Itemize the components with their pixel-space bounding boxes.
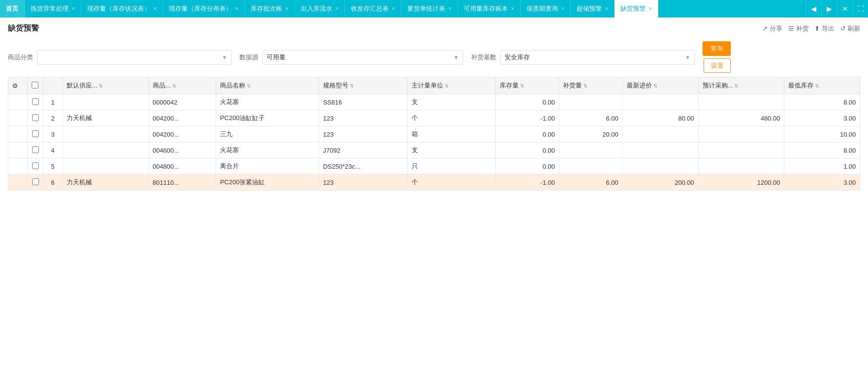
row-name-cell: 火花塞: [216, 94, 319, 110]
nav-tab-shortage-warning[interactable]: 缺货预警 ×: [615, 0, 658, 18]
nav-prev-button[interactable]: ◀: [806, 0, 821, 18]
row-name-cell: 火花塞: [216, 142, 319, 158]
refresh-label: 刷新: [848, 24, 860, 33]
datasource-filter-select[interactable]: 可用量 ▼: [262, 50, 463, 65]
row-checkbox[interactable]: [32, 98, 39, 105]
close-tab-icon[interactable]: ×: [392, 5, 395, 12]
row-est-purchase-cell: 1200.00: [698, 175, 784, 191]
sort-icon: ⇅: [520, 83, 524, 88]
row-latest-price-cell: [622, 158, 698, 175]
th-est-purchase[interactable]: 预计采购... ⇅: [698, 77, 784, 94]
nav-tab-label: 拣货异常处理: [31, 4, 69, 13]
nav-controls: ◀ ▶ ✕ ⛶: [806, 0, 868, 18]
row-est-purchase-cell: 480.00: [698, 110, 784, 126]
row-min-stock-cell: 3.00: [784, 175, 860, 191]
query-button[interactable]: 查询: [703, 41, 731, 56]
th-supplier[interactable]: 默认供应... ⇅: [63, 77, 149, 94]
close-tab-icon[interactable]: ×: [649, 5, 652, 12]
th-unit[interactable]: 主计量单位 ⇅: [408, 77, 496, 94]
sort-icon: ⇅: [172, 83, 176, 88]
nav-tab-available-ledger[interactable]: 可用量库存账本 ×: [458, 0, 521, 18]
row-gear-cell: [8, 110, 28, 126]
nav-tab-receipt-summary[interactable]: 收发存汇总表 ×: [345, 0, 401, 18]
close-tab-icon[interactable]: ×: [235, 5, 238, 12]
row-latest-price-cell: 200.00: [622, 175, 698, 191]
row-spec-cell: 123: [319, 175, 407, 191]
row-est-purchase-cell: [698, 142, 784, 158]
close-tab-icon[interactable]: ×: [335, 5, 339, 12]
th-gear[interactable]: ⚙: [8, 77, 28, 94]
nav-tab-inventory-dist[interactable]: 现存量（库存分布表） ×: [163, 0, 245, 18]
replenish-button[interactable]: ☰ 补货: [788, 24, 809, 33]
nav-tab-expiry-query[interactable]: 保质期查询 ×: [521, 0, 571, 18]
th-code[interactable]: 商品... ⇅: [148, 77, 216, 94]
row-replenish-cell: [559, 158, 622, 175]
close-tab-icon[interactable]: ×: [561, 5, 564, 12]
nav-tab-label: 要货单统计表: [407, 4, 445, 13]
row-checkbox[interactable]: [32, 178, 39, 185]
nav-tab-label: 缺货预警: [620, 4, 646, 13]
sort-icon: ⇅: [445, 83, 449, 88]
nav-tab-home[interactable]: 首页: [0, 0, 25, 18]
th-stock[interactable]: 库存量 ⇅: [496, 77, 559, 94]
row-min-stock-cell: 8.00: [784, 94, 860, 110]
th-unit-label: 主计量单位: [412, 81, 443, 90]
close-tab-icon[interactable]: ×: [448, 5, 452, 12]
th-code-label: 商品...: [153, 81, 171, 90]
nav-tab-home-label: 首页: [6, 4, 18, 13]
nav-next-button[interactable]: ▶: [821, 0, 837, 18]
select-all-checkbox[interactable]: [32, 82, 38, 88]
refresh-button[interactable]: ↺ 刷新: [840, 24, 860, 33]
row-supplier-cell: [63, 142, 149, 158]
close-tab-icon[interactable]: ×: [72, 5, 75, 12]
nav-tab-order-stats[interactable]: 要货单统计表 ×: [401, 0, 458, 18]
sort-icon: ⇅: [653, 83, 657, 88]
nav-tab-in-out-flow[interactable]: 出入库流水 ×: [295, 0, 345, 18]
close-tab-icon[interactable]: ×: [285, 5, 289, 12]
nav-bar: 首页 拣货异常处理 × 现存量（库存状况表） × 现存量（库存分布表） × 库存…: [0, 0, 868, 18]
nav-maximize-button[interactable]: ⛶: [852, 0, 868, 18]
nav-tab-label: 超储预警: [577, 4, 602, 13]
replenish-base-filter-select[interactable]: 安全库存 ▼: [500, 50, 695, 65]
row-spec-cell: DS250*23c...: [319, 158, 407, 175]
th-spec[interactable]: 规格型号 ⇅: [319, 77, 407, 94]
nav-close-button[interactable]: ✕: [837, 0, 852, 18]
close-tab-icon[interactable]: ×: [511, 5, 514, 12]
close-tab-icon[interactable]: ×: [153, 5, 157, 12]
settings-button[interactable]: 设置: [704, 58, 731, 73]
row-stock-cell: -1.00: [496, 110, 559, 126]
row-code-cell: 0000042: [148, 94, 216, 110]
th-latest-price[interactable]: 最新进价 ⇅: [622, 77, 698, 94]
th-min-stock[interactable]: 最低库存 ⇅: [784, 77, 860, 94]
row-replenish-cell: [559, 142, 622, 158]
row-supplier-cell: [63, 158, 149, 175]
table-row: 3 004200... 三九 123 箱 0.00 20.00 10.00: [8, 126, 860, 142]
nav-tab-inventory-status[interactable]: 现存量（库存状况表） ×: [81, 0, 163, 18]
category-filter-select[interactable]: ▼: [37, 50, 232, 65]
row-num-cell: 4: [43, 142, 63, 158]
row-checkbox[interactable]: [32, 114, 39, 121]
nav-tab-defect-exception[interactable]: 拣货异常处理 ×: [25, 0, 81, 18]
share-button[interactable]: ↗ 分享: [762, 24, 782, 33]
row-unit-cell: 箱: [408, 126, 496, 142]
row-stock-cell: 0.00: [496, 94, 559, 110]
th-replenish[interactable]: 补货量 ⇅: [559, 77, 622, 94]
row-num-cell: 5: [43, 158, 63, 175]
row-gear-cell: [8, 142, 28, 158]
row-check-cell: [28, 175, 43, 191]
nav-tab-overstock-warning[interactable]: 超储预警 ×: [571, 0, 615, 18]
row-latest-price-cell: [622, 126, 698, 142]
row-spec-cell: 123: [319, 126, 407, 142]
row-checkbox[interactable]: [32, 130, 39, 137]
row-est-purchase-cell: [698, 126, 784, 142]
row-supplier-cell: [63, 94, 149, 110]
close-tab-icon[interactable]: ×: [605, 5, 608, 12]
export-button[interactable]: ⬆ 导出: [814, 24, 834, 33]
row-code-cell: 004200...: [148, 110, 216, 126]
nav-tab-label: 可用量库存账本: [464, 4, 508, 13]
row-checkbox[interactable]: [32, 146, 39, 153]
row-checkbox[interactable]: [32, 162, 39, 169]
th-supplier-label: 默认供应...: [67, 81, 97, 90]
th-name[interactable]: 商品名称 ⇅: [216, 77, 319, 94]
nav-tab-batch-account[interactable]: 库存批次账 ×: [245, 0, 295, 18]
